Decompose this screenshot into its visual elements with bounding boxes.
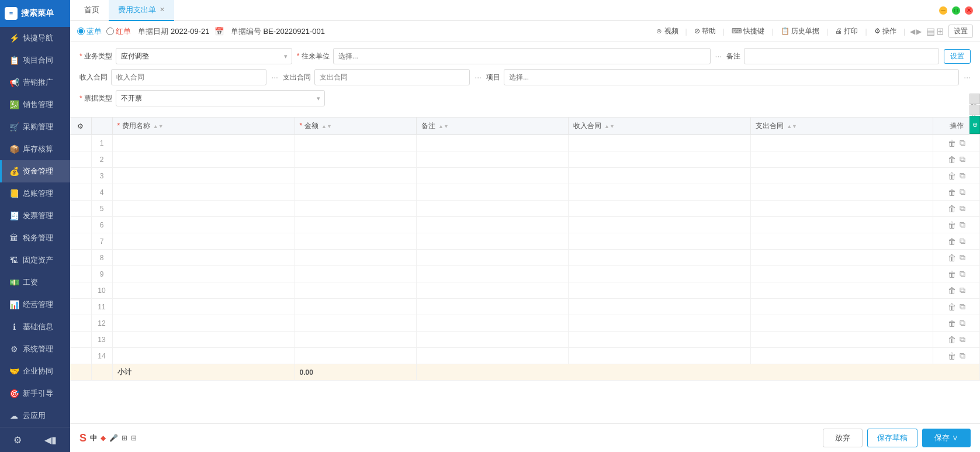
td-amount[interactable] [295,201,416,217]
sidebar-search-label[interactable]: 搜索菜单 [21,8,54,19]
td-expense-contract[interactable] [750,233,933,250]
td-income-contract[interactable] [568,299,750,315]
td-income-contract[interactable] [568,184,750,201]
td-income-contract[interactable] [568,348,750,364]
green-side-btn[interactable]: ⊕ [969,116,980,134]
save-button[interactable]: 保存 ∨ [922,429,971,447]
sidebar-item-quick-nav[interactable]: ⚡ 快捷导航 [0,27,70,49]
th-amount[interactable]: * 金额 ▲▼ [295,118,416,135]
copy-row-icon[interactable]: ⧉ [960,253,965,263]
sidebar-item-cloud-apps[interactable]: ☁ 云应用 [0,405,70,427]
sidebar-item-basic-info[interactable]: ℹ 基础信息 [0,316,70,338]
help-btn[interactable]: ⊘ 帮助 [692,25,718,37]
save-draft-button[interactable]: 保存草稿 [867,429,917,447]
td-amount[interactable] [295,250,416,266]
tab-expense-form[interactable]: 费用支出单 ✕ [109,0,174,21]
discard-button[interactable]: 放弃 [823,429,863,447]
td-amount[interactable] [295,184,416,201]
sort-icon-expense-contract[interactable]: ▲▼ [787,123,797,129]
sort-icon-remarks[interactable]: ▲▼ [438,123,449,129]
copy-row-icon[interactable]: ⧉ [960,285,965,295]
copy-row-icon[interactable]: ⧉ [960,269,965,279]
td-expense-contract[interactable] [750,299,933,315]
td-income-contract[interactable] [568,217,750,233]
copy-row-icon[interactable]: ⧉ [960,351,965,361]
sidebar-item-project-contract[interactable]: 📋 项目合同 [0,49,70,71]
sort-icon-amount[interactable]: ▲▼ [321,123,332,129]
td-income-contract[interactable] [568,151,750,168]
td-amount[interactable] [295,151,416,168]
td-income-contract[interactable] [568,201,750,217]
actions-btn[interactable]: ⚙ 操作 [872,25,899,37]
th-expense-contract[interactable]: 支出合同 ▲▼ [750,118,933,135]
delete-row-icon[interactable]: 🗑 [948,155,956,164]
delete-row-icon[interactable]: 🗑 [948,302,956,312]
delete-row-icon[interactable]: 🗑 [948,253,956,263]
radio-blue-input[interactable] [77,27,85,35]
delete-row-icon[interactable]: 🗑 [948,335,956,344]
td-expense-name[interactable] [112,250,295,266]
delete-row-icon[interactable]: 🗑 [948,204,956,213]
radio-blue-label[interactable]: 蓝单 [77,26,102,37]
delete-row-icon[interactable]: 🗑 [948,351,956,361]
td-remarks[interactable] [416,217,568,233]
grid-view-btn[interactable]: ⊞ [936,26,944,37]
td-income-contract[interactable] [568,250,750,266]
delete-row-icon[interactable]: 🗑 [948,171,956,181]
copy-row-icon[interactable]: ⧉ [960,171,965,181]
td-expense-name[interactable] [112,266,295,282]
copy-row-icon[interactable]: ⧉ [960,203,965,213]
td-income-contract[interactable] [568,266,750,282]
td-expense-name[interactable] [112,315,295,332]
th-remarks[interactable]: 备注 ▲▼ [416,118,568,135]
td-expense-name[interactable] [112,135,295,151]
calendar-icon[interactable]: 📅 [214,27,224,36]
maximize-button[interactable]: □ [952,6,960,15]
sort-icon-expense-name[interactable]: ▲▼ [153,123,164,129]
td-amount[interactable] [295,266,416,282]
history-btn[interactable]: 📋 历史单据 [778,25,822,37]
sidebar-item-invoice-mgmt[interactable]: 🧾 发票管理 [0,205,70,227]
td-expense-contract[interactable] [750,348,933,364]
sidebar-item-sales-promotion[interactable]: 📢 营销推广 [0,71,70,94]
delete-row-icon[interactable]: 🗑 [948,237,956,246]
td-remarks[interactable] [416,151,568,168]
prev-btn[interactable]: ◀ [910,27,915,36]
td-expense-contract[interactable] [750,201,933,217]
td-amount[interactable] [295,135,416,151]
sidebar-item-purchase-mgmt[interactable]: 🛒 采购管理 [0,116,70,138]
sidebar-item-payroll[interactable]: 💵 工资 [0,271,70,294]
delete-row-icon[interactable]: 🗑 [948,270,956,279]
td-remarks[interactable] [416,135,568,151]
sidebar-item-inventory[interactable]: 📦 库存核算 [0,138,70,160]
list-view-btn[interactable]: ▤ [926,26,935,37]
copy-row-icon[interactable]: ⧉ [960,334,965,344]
sidebar-logo[interactable]: ≡ 搜索菜单 [0,0,70,27]
sidebar-item-tax-mgmt[interactable]: 🏛 税务管理 [0,227,70,249]
next-btn[interactable]: ▶ [916,27,922,36]
td-expense-name[interactable] [112,299,295,315]
td-expense-contract[interactable] [750,184,933,201]
copy-row-icon[interactable]: ⧉ [960,302,965,312]
remarks-input[interactable] [744,48,939,64]
biz-type-select[interactable]: 应付调整 [116,48,292,64]
td-expense-name[interactable] [112,233,295,250]
td-remarks[interactable] [416,315,568,332]
td-expense-contract[interactable] [750,315,933,332]
sidebar-item-ops-mgmt[interactable]: 📊 经营管理 [0,294,70,316]
expense-contract-dots[interactable]: ··· [475,73,482,82]
td-amount[interactable] [295,233,416,250]
attachment-btn-2[interactable]: 件 [969,105,980,115]
th-income-contract[interactable]: 收入合同 ▲▼ [568,118,750,135]
copy-row-icon[interactable]: ⧉ [960,236,965,246]
td-expense-contract[interactable] [750,282,933,299]
td-remarks[interactable] [416,201,568,217]
counter-party-input[interactable] [333,48,711,64]
tab-close-icon[interactable]: ✕ [160,6,165,13]
td-income-contract[interactable] [568,332,750,348]
td-remarks[interactable] [416,233,568,250]
project-input[interactable] [504,69,959,85]
delete-row-icon[interactable]: 🗑 [948,220,956,230]
sidebar-item-sales-mgmt[interactable]: 💹 销售管理 [0,94,70,116]
copy-row-icon[interactable]: ⧉ [960,138,965,148]
